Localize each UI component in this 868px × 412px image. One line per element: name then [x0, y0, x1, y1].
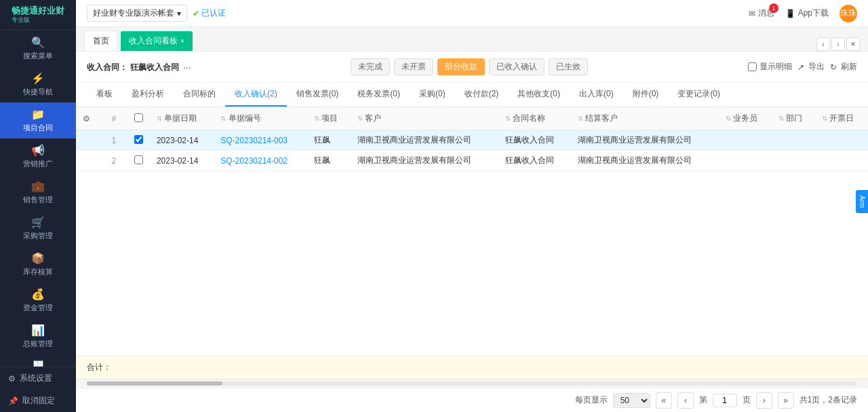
- nav-icon: 🔍: [31, 36, 45, 49]
- th-checkbox[interactable]: [127, 107, 150, 130]
- code-link[interactable]: SQ-20230214-003: [220, 136, 288, 145]
- th-contract-name: ⇅ 合同名称: [498, 107, 571, 130]
- row-checkbox[interactable]: [134, 135, 143, 144]
- show-details-checkbox[interactable]: [748, 62, 757, 71]
- sub-tab-合同标的[interactable]: 合同标的: [174, 83, 225, 107]
- per-page-select[interactable]: 50 20 100: [613, 393, 650, 408]
- sub-tab-盈利分析[interactable]: 盈利分析: [122, 83, 174, 107]
- page-number-input[interactable]: [713, 394, 737, 407]
- status-btn-部分收款[interactable]: 部分收款: [437, 58, 485, 75]
- sidebar-item-快捷导航[interactable]: ⚡快捷导航: [0, 67, 76, 102]
- export-action[interactable]: ↗ 导出: [797, 61, 825, 73]
- nav-icon: 🛒: [31, 216, 45, 229]
- tab-prev-arrow[interactable]: ‹: [816, 37, 830, 51]
- user-avatar-action[interactable]: 珠珠: [840, 5, 857, 22]
- td-open-date: [815, 151, 868, 171]
- table-row[interactable]: 1 2023-02-14 SQ-20230214-003 狂飙 湖南卫视商业运营…: [76, 130, 868, 151]
- page-label-pre: 第: [699, 394, 707, 406]
- sidebar-item-项目合同[interactable]: 📁项目合同: [0, 102, 76, 138]
- sidebar-item-营销推广[interactable]: 📢营销推广: [0, 138, 76, 174]
- tab-close-icon[interactable]: ×: [180, 37, 184, 45]
- message-action[interactable]: ✉ 消息 1: [749, 7, 774, 19]
- sidebar-item-unpin[interactable]: 📌 取消固定: [0, 390, 76, 412]
- sidebar-item-settings[interactable]: ⚙ 系统设置: [0, 367, 76, 390]
- nav-icon: ⚡: [31, 72, 45, 85]
- td-customer: 湖南卫视商业运营发展有限公司: [351, 130, 498, 151]
- td-project: 狂飙: [307, 151, 351, 171]
- td-checkbox[interactable]: [127, 151, 150, 171]
- per-page-label: 每页显示: [575, 394, 608, 406]
- select-all-checkbox[interactable]: [134, 113, 143, 122]
- code-link[interactable]: SQ-20230214-002: [220, 156, 288, 166]
- app-sub: 专业版: [12, 16, 64, 24]
- sidebar-item-销售管理[interactable]: 💼销售管理: [0, 174, 76, 210]
- sub-tab-变更记录(0)[interactable]: 变更记录(0): [668, 83, 730, 107]
- td-num: 2: [100, 151, 127, 171]
- td-code[interactable]: SQ-20230214-003: [214, 130, 307, 151]
- sidebar-item-总账管理[interactable]: 📊总账管理: [0, 318, 76, 354]
- table-container[interactable]: ⚙ # ⇅ 单据日期 ⇅ 单据编号 ⇅ 项目 ⇅ 客户 ⇅ 合同名称 ⇅ 结算客…: [76, 107, 868, 356]
- th-result-customer: ⇅ 结算客户: [571, 107, 719, 130]
- sidebar-item-搜索菜单[interactable]: 🔍搜索菜单: [0, 31, 76, 67]
- td-checkbox[interactable]: [127, 130, 150, 151]
- sub-tab-收付款(2)[interactable]: 收付款(2): [455, 83, 509, 107]
- th-settings[interactable]: ⚙: [76, 107, 100, 130]
- scrollbar-track[interactable]: [87, 381, 857, 386]
- settings-icon: ⚙: [8, 374, 16, 383]
- first-page-btn[interactable]: «: [656, 392, 672, 409]
- td-contract-name: 狂飙收入合同: [498, 151, 571, 171]
- sub-tab-其他收支(0)[interactable]: 其他收支(0): [508, 83, 570, 107]
- more-button[interactable]: ···: [183, 62, 191, 73]
- right-panel[interactable]: Arm: [856, 190, 868, 213]
- tab-contract-board[interactable]: 收入合同看板 ×: [121, 31, 193, 51]
- tab-home[interactable]: 首页: [84, 31, 118, 51]
- sub-tab-出入库(0)[interactable]: 出入库(0): [570, 83, 623, 107]
- right-panel-btn[interactable]: Arm: [856, 190, 868, 213]
- sidebar-bottom-label: 系统设置: [20, 373, 52, 384]
- scrollbar-row[interactable]: [76, 379, 868, 388]
- company-selector[interactable]: 好业财专业版演示帐套 ▾: [87, 5, 187, 22]
- download-label: App下载: [798, 7, 829, 19]
- sub-tab-看板[interactable]: 看板: [87, 83, 122, 107]
- sub-tab-销售发票(0)[interactable]: 销售发票(0): [287, 83, 349, 107]
- status-btn-未开票[interactable]: 未开票: [394, 58, 433, 75]
- sub-tab-附件(0)[interactable]: 附件(0): [623, 83, 669, 107]
- export-label: 导出: [808, 61, 825, 73]
- next-page-btn[interactable]: ›: [756, 392, 772, 409]
- app-download-action[interactable]: 📱 App下载: [785, 7, 829, 19]
- prev-page-btn[interactable]: ‹: [677, 392, 694, 409]
- total-row: 合计：: [76, 356, 868, 379]
- nav-icon: 🧾: [31, 360, 45, 367]
- sidebar-item-资金管理[interactable]: 💰资金管理: [0, 282, 76, 318]
- table-footer: 合计： 每页显示 50 20 100 « ‹ 第 页 › »: [76, 356, 868, 412]
- sidebar: 畅捷通好业财 专业版 🔍搜索菜单⚡快捷导航📁项目合同📢营销推广💼销售管理🛒采购管…: [0, 0, 76, 412]
- sub-tab-税务发票(0)[interactable]: 税务发票(0): [348, 83, 410, 107]
- settings-icon[interactable]: ⚙: [83, 114, 90, 124]
- sub-tab-采购(0)[interactable]: 采购(0): [410, 83, 455, 107]
- contract-title: 收入合同： 狂飙收入合同: [87, 61, 179, 73]
- td-num: 1: [100, 130, 127, 151]
- td-salesman: [719, 130, 772, 151]
- status-btn-已收入确认[interactable]: 已收入确认: [489, 58, 545, 75]
- row-checkbox[interactable]: [134, 155, 143, 164]
- message-badge: 1: [769, 3, 778, 13]
- unpin-label: 取消固定: [22, 395, 55, 407]
- sidebar-item-库存核算[interactable]: 📦库存核算: [0, 246, 76, 282]
- sidebar-item-发票管理[interactable]: 🧾发票管理: [0, 354, 76, 367]
- nav-icon: 📊: [31, 324, 45, 337]
- refresh-action[interactable]: ↻ 刷新: [830, 61, 857, 73]
- sub-tab-收入确认(2)[interactable]: 收入确认(2): [225, 83, 287, 107]
- status-btn-未完成[interactable]: 未完成: [351, 58, 390, 75]
- tab-next-arrow[interactable]: ›: [831, 37, 845, 51]
- status-btn-已生效[interactable]: 已生效: [549, 58, 588, 75]
- sort-icon-contract: ⇅: [505, 115, 511, 122]
- table-row[interactable]: 2 2023-02-14 SQ-20230214-002 狂飙 湖南卫视商业运营…: [76, 151, 868, 171]
- company-name: 好业财专业版演示帐套: [93, 7, 174, 19]
- last-page-btn[interactable]: »: [778, 392, 794, 409]
- app-name: 畅捷通好业财: [12, 5, 64, 16]
- td-code[interactable]: SQ-20230214-002: [214, 151, 307, 171]
- sidebar-item-采购管理[interactable]: 🛒采购管理: [0, 210, 76, 246]
- scrollbar-thumb[interactable]: [87, 381, 222, 386]
- show-details-toggle[interactable]: 显示明细: [748, 61, 792, 73]
- tab-close-btn[interactable]: ×: [846, 37, 860, 51]
